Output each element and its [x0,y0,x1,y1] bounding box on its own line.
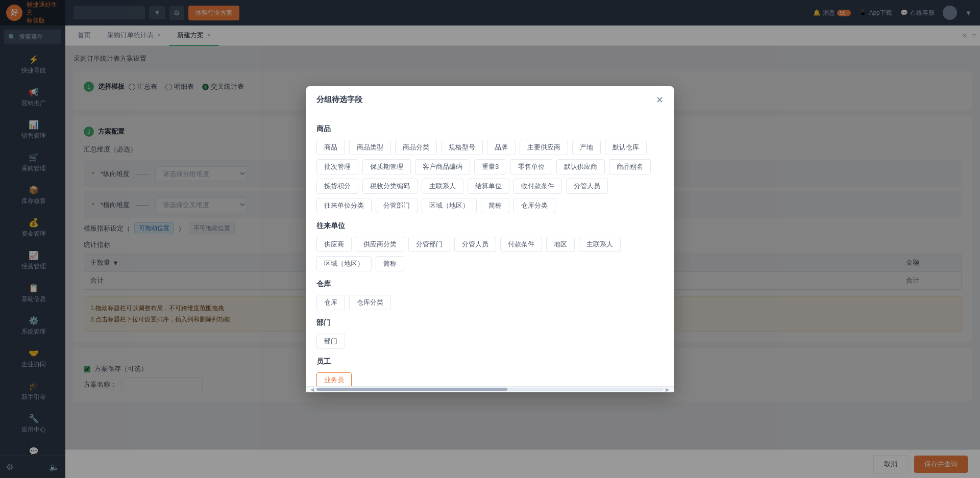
field-partner-dept[interactable]: 分管部门 [408,237,450,252]
field-shelf-life[interactable]: 保质期管理 [362,159,411,174]
hscroll-thumb [316,388,507,391]
field-main-supplier[interactable]: 主要供应商 [520,140,568,155]
dept-fields: 部门 [316,334,664,349]
section-title-warehouse: 仓库 [316,280,664,289]
field-warehouse[interactable]: 仓库 [316,295,345,310]
section-title-dept: 部门 [316,318,664,328]
field-partner-region[interactable]: 区域（地区） [316,256,372,271]
field-payment-condition[interactable]: 付款条件 [500,237,542,252]
section-title-product: 商品 [316,124,664,134]
field-warehouse-cat[interactable]: 仓库分类 [349,295,391,310]
field-region[interactable]: 区域（地区） [422,198,477,213]
modal-overlay: 分组待选字段 ✕ 商品 商品 商品类型 商品分类 规格型号 品牌 主要供应商 产… [0,0,980,478]
field-pick-points[interactable]: 拣货积分 [316,179,358,194]
field-area[interactable]: 地区 [546,237,575,252]
field-origin[interactable]: 产地 [572,140,601,155]
field-brand[interactable]: 品牌 [487,140,516,155]
field-partner-person[interactable]: 分管人员 [454,237,496,252]
modal-body: 商品 商品 商品类型 商品分类 规格型号 品牌 主要供应商 产地 默认仓库 批次… [306,114,674,386]
field-responsible-person[interactable]: 分管人员 [566,179,608,194]
product-fields: 商品 商品类型 商品分类 规格型号 品牌 主要供应商 产地 默认仓库 批次管理 … [316,140,664,213]
field-partner-contact[interactable]: 主联系人 [579,237,621,252]
field-settlement-unit[interactable]: 结算单位 [468,179,509,194]
field-partner-short[interactable]: 简称 [376,256,404,271]
horizontal-scrollbar[interactable] [316,388,664,391]
section-title-employee: 员工 [316,357,664,366]
field-department[interactable]: 部门 [316,334,345,349]
field-spec-model[interactable]: 规格型号 [441,140,483,155]
partner-fields: 供应商 供应商分类 分管部门 分管人员 付款条件 地区 主联系人 区域（地区） … [316,237,664,271]
modal-title: 分组待选字段 [316,95,362,105]
field-product-alias[interactable]: 商品别名 [609,159,651,174]
employee-fields: 业务员 [316,372,664,386]
field-dept[interactable]: 分管部门 [376,198,418,213]
field-payment-terms[interactable]: 收付款条件 [513,179,562,194]
field-warehouse-category[interactable]: 仓库分类 [513,198,555,213]
field-weight[interactable]: 重量3 [474,159,506,174]
field-product-category[interactable]: 商品分类 [395,140,437,155]
field-default-warehouse[interactable]: 默认仓库 [605,140,647,155]
field-default-supplier[interactable]: 默认供应商 [556,159,605,174]
scroll-right-arrow[interactable]: ▶ [666,387,670,392]
field-salesperson[interactable]: 业务员 [316,372,352,386]
modal: 分组待选字段 ✕ 商品 商品 商品类型 商品分类 规格型号 品牌 主要供应商 产… [306,86,674,392]
field-customer-code[interactable]: 客户商品编码 [415,159,470,174]
field-tax-code[interactable]: 税收分类编码 [362,179,418,194]
field-product-type[interactable]: 商品类型 [349,140,391,155]
warehouse-fields: 仓库 仓库分类 [316,295,664,310]
field-supplier-category[interactable]: 供应商分类 [356,237,404,252]
field-short-name[interactable]: 简称 [481,198,509,213]
modal-close-button[interactable]: ✕ [656,94,664,106]
field-product[interactable]: 商品 [316,140,345,155]
field-partner-category[interactable]: 往来单位分类 [316,198,372,213]
field-batch-mgmt[interactable]: 批次管理 [316,159,358,174]
section-title-partner: 往来单位 [316,221,664,231]
modal-bottom-bar: ◀ ▶ [306,386,674,392]
field-main-contact[interactable]: 主联系人 [422,179,463,194]
scroll-left-arrow[interactable]: ◀ [310,387,314,392]
modal-header: 分组待选字段 ✕ [306,86,674,114]
field-supplier[interactable]: 供应商 [316,237,352,252]
field-retail-unit[interactable]: 零售单位 [510,159,552,174]
